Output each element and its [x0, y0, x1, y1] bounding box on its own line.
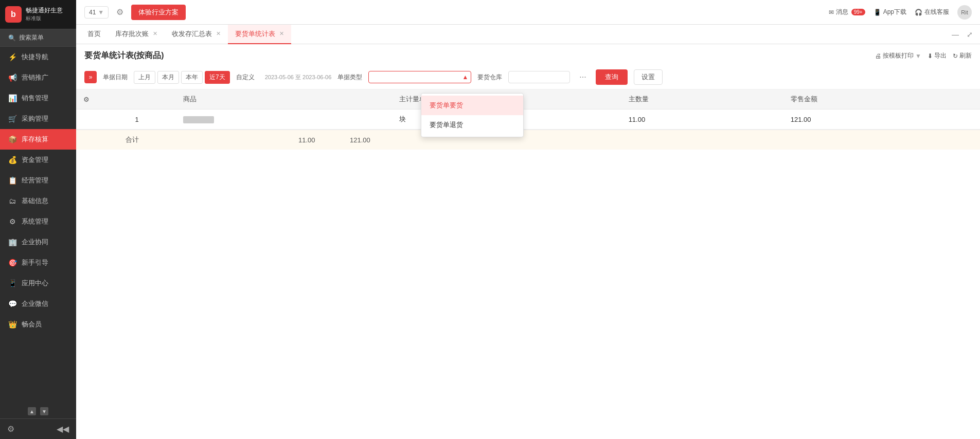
- tab-close-inventory-batch[interactable]: ✕: [153, 30, 157, 37]
- unit-value: 块: [399, 115, 406, 123]
- sidebar-item-inventory[interactable]: 📦 库存核算: [0, 129, 76, 150]
- footer-label-text: 合计: [126, 136, 139, 143]
- topbar-gear-button[interactable]: ⚙: [113, 5, 127, 20]
- sidebar-scroll-up[interactable]: ▲: [28, 407, 36, 415]
- date-buttons: 上月 本月 本年 近7天 自定义: [134, 71, 259, 84]
- online-service-label: 在线客服: [924, 8, 949, 16]
- query-button[interactable]: 查询: [596, 69, 628, 85]
- page-header-actions: 🖨 按模板打印 ▼ ⬇ 导出 ↻ 刷新: [875, 51, 972, 60]
- table-wrapper: ⚙ 商品 主计量单位 主数量 零售金额 1: [76, 89, 980, 130]
- footer-values: 11.00 121.00: [185, 136, 974, 144]
- th-settings[interactable]: ⚙: [76, 89, 97, 109]
- sidebar-item-enterprise[interactable]: 🏢 企业协同: [0, 232, 76, 252]
- filter-more-button[interactable]: ···: [576, 71, 589, 83]
- sidebar-item-quick-nav[interactable]: ⚡ 快捷导航: [0, 47, 76, 67]
- sidebar-item-purchase[interactable]: 🛒 采购管理: [0, 108, 76, 129]
- table-header-row: ⚙ 商品 主计量单位 主数量 零售金额: [76, 89, 980, 109]
- topbar-left: 41 ▼ ⚙ 体验行业方案: [84, 5, 186, 20]
- sidebar-item-label: 采购管理: [22, 114, 48, 123]
- sidebar-item-operations[interactable]: 📋 经营管理: [0, 170, 76, 191]
- this-year-btn[interactable]: 本年: [181, 71, 203, 84]
- app-logo-icon: b: [5, 6, 22, 23]
- sidebar-item-label: 应用中心: [22, 279, 48, 288]
- export-button[interactable]: ⬇ 导出: [928, 51, 947, 60]
- warehouse-wrapper: [508, 71, 570, 83]
- footer-spacer: [185, 136, 298, 144]
- sidebar-item-basic[interactable]: 🗂 基础信息: [0, 191, 76, 211]
- sales-icon: 📊: [7, 94, 17, 102]
- sidebar-item-marketing[interactable]: 📢 营销推广: [0, 67, 76, 88]
- finance-icon: 💰: [7, 156, 17, 164]
- search-icon: 🔍: [8, 34, 16, 42]
- avatar-text: Rit: [961, 9, 968, 15]
- export-label: 导出: [934, 51, 947, 60]
- custom-date-btn[interactable]: 自定义: [232, 71, 259, 83]
- user-avatar[interactable]: Rit: [957, 5, 972, 20]
- expand-icon: »: [89, 74, 93, 81]
- th-index: [97, 89, 177, 109]
- warehouse-select[interactable]: [508, 71, 570, 83]
- trial-button[interactable]: 体验行业方案: [131, 5, 186, 20]
- online-service-button[interactable]: 🎧 在线客服: [915, 8, 949, 16]
- sidebar-collapse-icon[interactable]: ◀◀: [57, 424, 69, 434]
- main-area: 41 ▼ ⚙ 体验行业方案 ✉ 消息 99+ 📱 App下载 🎧 在线客服 Ri…: [76, 0, 980, 439]
- tab-close-receivables[interactable]: ✕: [216, 30, 221, 37]
- messages-button[interactable]: ✉ 消息 99+: [829, 8, 865, 16]
- store-selector[interactable]: 41 ▼: [84, 6, 109, 19]
- quick-nav-icon: ⚡: [7, 53, 17, 61]
- sidebar-item-system[interactable]: ⚙ 系统管理: [0, 211, 76, 232]
- refresh-button[interactable]: ↻ 刷新: [953, 51, 972, 60]
- sidebar-search[interactable]: 🔍 搜索菜单: [0, 29, 76, 47]
- sidebar-item-guide[interactable]: 🎯 新手引导: [0, 252, 76, 273]
- tab-label: 要货单统计表: [235, 29, 275, 39]
- filter-expand-button[interactable]: »: [84, 71, 97, 83]
- chevron-down-icon: ▼: [98, 9, 104, 16]
- sidebar-logo-text: 畅捷通好生意 标准版: [26, 7, 63, 22]
- prev-month-btn[interactable]: 上月: [134, 71, 155, 84]
- logo-char: b: [11, 10, 16, 19]
- sidebar-settings-icon[interactable]: ⚙: [7, 424, 14, 434]
- this-month-btn[interactable]: 本月: [157, 71, 179, 84]
- settings-button[interactable]: 设置: [634, 69, 663, 85]
- page-header: 要货单统计表(按商品) 🖨 按模板打印 ▼ ⬇ 导出 ↻ 刷新: [76, 44, 980, 65]
- message-icon: ✉: [829, 9, 834, 16]
- footer-total-label: 合计: [82, 135, 185, 144]
- brand-name: 畅捷通好生意: [26, 7, 63, 15]
- dropdown-item-require-order[interactable]: 要货单要货: [421, 96, 523, 115]
- td-qty: 11.00: [622, 109, 785, 130]
- tab-close-order-stats[interactable]: ✕: [279, 30, 284, 37]
- sidebar-item-sales[interactable]: 📊 销售管理: [0, 88, 76, 108]
- store-name: 41: [89, 9, 96, 16]
- order-type-select[interactable]: 要货单要货 要货单退货: [368, 71, 471, 83]
- tab-receivables-summary[interactable]: 收发存汇总表 ✕: [165, 25, 228, 44]
- sidebar-scroll-down[interactable]: ▼: [40, 407, 48, 415]
- tab-home[interactable]: 首页: [80, 25, 108, 44]
- export-icon: ⬇: [928, 52, 933, 60]
- dropdown-item-return-order[interactable]: 要货单退货: [421, 115, 523, 135]
- sidebar-item-member[interactable]: 👑 畅会员: [0, 314, 76, 335]
- tab-inventory-batch[interactable]: 库存批次账 ✕: [108, 25, 165, 44]
- tab-order-stats[interactable]: 要货单统计表 ✕: [228, 25, 291, 44]
- tab-expand-button[interactable]: ⤢: [964, 28, 976, 41]
- page-content: 要货单统计表(按商品) 🖨 按模板打印 ▼ ⬇ 导出 ↻ 刷新: [76, 44, 980, 439]
- print-button[interactable]: 🖨 按模板打印 ▼: [875, 51, 921, 60]
- order-type-dropdown: 要货单要货 要货单退货: [421, 93, 524, 137]
- sidebar-item-wechat[interactable]: 💬 企业微信: [0, 294, 76, 314]
- sidebar-item-finance[interactable]: 💰 资金管理: [0, 150, 76, 170]
- sidebar-item-label: 营销推广: [22, 73, 48, 82]
- td-amount: 121.00: [785, 109, 980, 130]
- tab-minimize-button[interactable]: —: [949, 28, 961, 41]
- print-icon: 🖨: [875, 52, 881, 60]
- th-qty: 主数量: [622, 89, 785, 109]
- messages-badge: 99+: [851, 9, 865, 15]
- system-icon: ⚙: [7, 217, 17, 226]
- inventory-icon: 📦: [7, 135, 17, 143]
- order-type-wrapper: 要货单要货 要货单退货 ▲: [368, 71, 471, 83]
- date-range-display: 2023-05-06 至 2023-06-06: [265, 74, 332, 81]
- table-row: 1 块 11.00 121.00: [76, 109, 980, 130]
- app-download-button[interactable]: 📱 App下载: [874, 8, 906, 16]
- sidebar-item-label: 企业协同: [22, 237, 48, 247]
- topbar: 41 ▼ ⚙ 体验行业方案 ✉ 消息 99+ 📱 App下载 🎧 在线客服 Ri…: [76, 0, 980, 25]
- sidebar-item-apps[interactable]: 📱 应用中心: [0, 273, 76, 294]
- last-7-days-btn[interactable]: 近7天: [205, 71, 230, 84]
